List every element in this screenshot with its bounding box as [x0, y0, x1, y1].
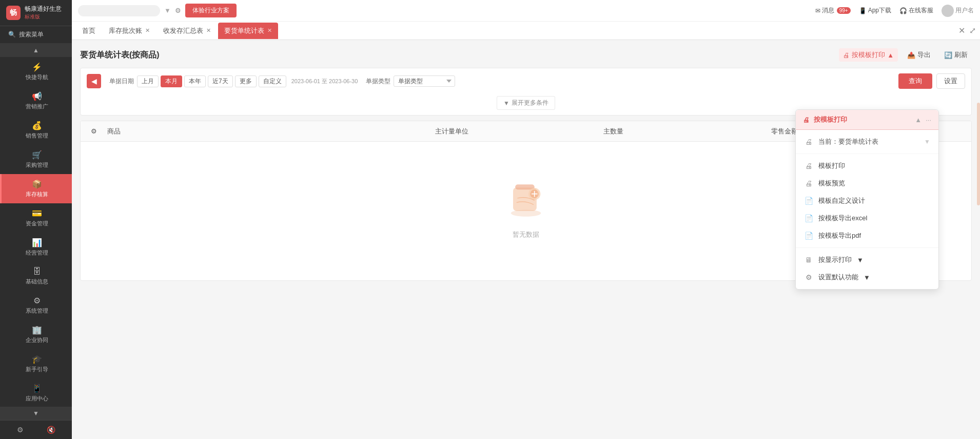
sidebar-search[interactable]: 🔍 搜索菜单	[0, 26, 72, 44]
top-bar-right: ✉ 消息 99+ 📱 App下载 🎧 在线客服 用户名	[815, 5, 974, 17]
sidebar-item-label: 应用中心	[26, 395, 48, 403]
sidebar-item-system[interactable]: ⚙ 系统管理	[0, 291, 72, 320]
inventory-icon: 📦	[32, 179, 42, 189]
dropdown-item-template-excel[interactable]: 📄 按模板导出excel	[796, 209, 938, 227]
print-dropdown-arrow: ▲	[887, 51, 894, 59]
sidebar-item-enterprise[interactable]: 🏢 企业协同	[0, 320, 72, 349]
dropdown-more-icon[interactable]: ···	[926, 116, 931, 124]
sidebar-item-basic[interactable]: 🗄 基础信息	[0, 262, 72, 291]
tab-receipt-summary[interactable]: 收发存汇总表 ✕	[157, 23, 217, 39]
settings-icon[interactable]: ⚙	[17, 426, 24, 434]
mute-icon[interactable]: 🔇	[47, 426, 55, 434]
col-unit-header: 主计量单位	[431, 127, 599, 136]
dropdown-item-template-preview[interactable]: 🖨 模板预览	[796, 175, 938, 192]
sidebar-bottom: ⚙ 🔇	[0, 420, 72, 439]
date-btn-lastmonth[interactable]: 上月	[137, 75, 159, 87]
top-search-input[interactable]	[78, 5, 160, 16]
dropdown-current-item[interactable]: 🖨 当前：要货单统计表 ▼	[796, 133, 938, 150]
template-custom-icon: 📄	[804, 197, 813, 205]
page-area: 要货单统计表(按商品) 🖨 按模板打印 ▲ 📤 导出 🔄 刷新	[72, 40, 980, 439]
refresh-icon: 🔄	[944, 51, 952, 59]
sidebar-item-shortcut[interactable]: ⚡ 快捷导航	[0, 57, 72, 86]
sidebar-item-sales[interactable]: 💰 销售管理	[0, 116, 72, 145]
dropdown-item-template-print[interactable]: 🖨 模板打印	[796, 157, 938, 175]
marketing-icon: 📢	[32, 91, 42, 101]
dropdown-item-set-default[interactable]: ⚙ 设置默认功能 ▼	[796, 269, 938, 286]
trial-button[interactable]: 体验行业方案	[185, 4, 237, 17]
tab-receipt-summary-close[interactable]: ✕	[206, 27, 211, 34]
dropdown-header-right: ▲ ···	[915, 116, 931, 124]
settings-button[interactable]: 设置	[936, 73, 965, 89]
display-print-label: 按显示打印	[818, 255, 852, 264]
message-btn[interactable]: ✉ 消息 99+	[815, 6, 851, 15]
date-btn-thisyear[interactable]: 本年	[184, 75, 206, 87]
print-template-btn[interactable]: 🖨 按模板打印 ▲	[839, 48, 898, 62]
sidebar-item-newbie[interactable]: 🎓 新手引导	[0, 349, 72, 378]
sidebar-item-appstore[interactable]: 📱 应用中心	[0, 378, 72, 407]
sidebar-item-label: 经营管理	[26, 249, 48, 257]
tab-home[interactable]: 首页	[76, 23, 102, 39]
tab-home-label: 首页	[82, 26, 95, 35]
template-custom-label: 模板自定义设计	[818, 196, 930, 205]
right-scrollbar[interactable]	[977, 103, 980, 205]
purchase-icon: 🛒	[32, 150, 42, 160]
tab-order-stats[interactable]: 要货单统计表 ✕	[218, 23, 278, 39]
col-settings[interactable]: ⚙	[85, 127, 103, 135]
current-arrow-icon: ▼	[924, 138, 930, 145]
date-buttons: 上月 本月 本年 近7天 更多 自定义	[137, 75, 286, 87]
date-btn-7days[interactable]: 近7天	[208, 75, 233, 87]
filter-row-1: ◀ 单据日期 上月 本月 本年 近7天 更多 自定义 2023-06-01 至 …	[87, 73, 965, 89]
sidebar-item-inventory[interactable]: 📦 库存核算	[0, 174, 72, 203]
refresh-btn[interactable]: 🔄 刷新	[940, 48, 972, 62]
sidebar-item-label: 库存核算	[26, 190, 48, 198]
sidebar-item-label: 基础信息	[26, 278, 48, 285]
dropdown-item-display-print[interactable]: 🖥 按显示打印 ▼	[796, 251, 938, 269]
sidebar-item-finance[interactable]: 💳 资金管理	[0, 203, 72, 233]
scroll-down-btn[interactable]: ▼	[0, 407, 72, 420]
sidebar-item-marketing[interactable]: 📢 营销推广	[0, 86, 72, 116]
sidebar-item-purchase[interactable]: 🛒 采购管理	[0, 145, 72, 174]
date-btn-more[interactable]: 更多	[235, 75, 257, 87]
online-service-btn[interactable]: 🎧 在线客服	[899, 6, 933, 15]
dropdown-title: 按模板打印	[814, 115, 847, 124]
order-type-select[interactable]: 单据类型	[394, 75, 455, 87]
template-preview-label: 模板预览	[818, 179, 930, 188]
dropdown-arrow-icon[interactable]: ▼	[164, 7, 171, 14]
window-expand-icon[interactable]: ⤢	[969, 26, 976, 35]
search-icon: 🔍	[8, 31, 16, 38]
dropdown-item-template-pdf[interactable]: 📄 按模板导出pdf	[796, 227, 938, 244]
expand-more-btn[interactable]: ▼ 展开更多条件	[497, 96, 555, 110]
tab-order-stats-close[interactable]: ✕	[267, 27, 272, 34]
col-product-header: 商品	[103, 127, 431, 136]
export-btn[interactable]: 📤 导出	[903, 48, 935, 62]
filter-expand-toggle[interactable]: ◀	[87, 74, 101, 88]
page-header: 要货单统计表(按商品) 🖨 按模板打印 ▲ 📤 导出 🔄 刷新	[80, 48, 972, 62]
scroll-down-arrow[interactable]: ▼	[0, 409, 72, 418]
sidebar-item-operations[interactable]: 📊 经营管理	[0, 233, 72, 262]
set-default-arrow: ▼	[864, 274, 870, 281]
finance-icon: 💳	[32, 208, 42, 218]
tab-inventory-batch-close[interactable]: ✕	[145, 27, 150, 34]
user-avatar-btn[interactable]: 用户名	[942, 5, 974, 17]
dropdown-header: 🖨 按模板打印 ▲ ···	[796, 110, 938, 130]
window-close-icon[interactable]: ✕	[958, 26, 965, 35]
scroll-up-arrow[interactable]: ▲	[0, 46, 72, 55]
headset-icon: 🎧	[899, 7, 907, 14]
scroll-up-btn[interactable]: ▲	[0, 44, 72, 57]
print-icon: 🖨	[843, 51, 850, 59]
display-print-arrow: ▼	[857, 256, 864, 264]
dropdown-item-template-custom[interactable]: 📄 模板自定义设计	[796, 192, 938, 209]
avatar-icon	[942, 5, 954, 17]
tab-inventory-batch[interactable]: 库存批次账 ✕	[103, 23, 156, 39]
dropdown-up-icon[interactable]: ▲	[915, 116, 922, 124]
date-btn-thismonth[interactable]: 本月	[161, 75, 182, 87]
tab-order-stats-label: 要货单统计表	[224, 26, 264, 35]
app-download-btn[interactable]: 📱 App下载	[859, 6, 891, 15]
sidebar-item-label: 采购管理	[26, 161, 48, 169]
sidebar-item-label: 销售管理	[26, 132, 48, 140]
date-range: 2023-06-01 至 2023-06-30	[291, 78, 358, 85]
date-btn-custom[interactable]: 自定义	[259, 75, 286, 87]
query-button[interactable]: 查询	[898, 73, 932, 89]
settings-gear-icon[interactable]: ⚙	[175, 7, 181, 14]
tabs-bar: 首页 库存批次账 ✕ 收发存汇总表 ✕ 要货单统计表 ✕ ✕ ⤢	[72, 22, 980, 40]
